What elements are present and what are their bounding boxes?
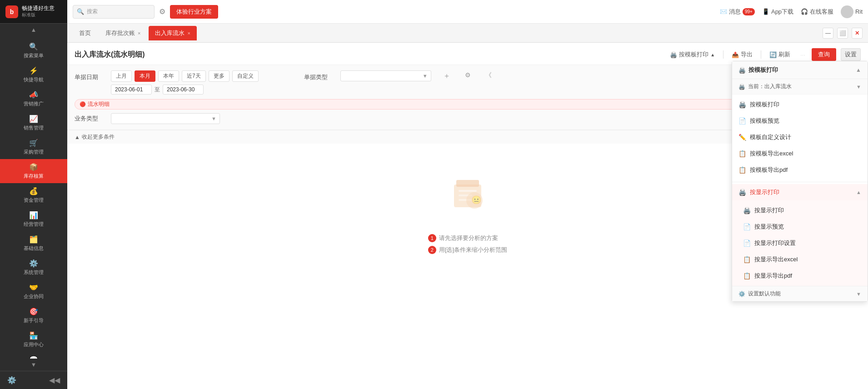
refresh-icon: 🔄 xyxy=(769,51,777,58)
panel-footer-label: ⚙️ 设置默认功能 xyxy=(738,290,781,298)
voucher-type-select[interactable] xyxy=(340,70,431,81)
panel-arrow-up[interactable]: ▲ xyxy=(856,67,861,73)
template-pdf-label: 按模板导出pdf xyxy=(750,166,788,174)
sidebar-item-quicknav-label: 快捷导航 xyxy=(24,76,44,83)
filter-collapse-button[interactable]: 《 xyxy=(483,70,494,80)
sidebar-item-quick-nav[interactable]: ⚡ 快捷导航 xyxy=(0,63,67,87)
empty-step-2: 2 用[选]条件来缩小分析范围 xyxy=(428,246,507,254)
template-excel-label: 按模板导出excel xyxy=(750,150,793,158)
sidebar-scroll-up[interactable]: ▲ xyxy=(0,24,67,36)
panel-footer-text: 设置默认功能 xyxy=(748,290,781,298)
panel-scroll-area: 🖨️ 当前：出入库流水 ▼ 🖨️ 按模板打印 📄 按模板预览 xyxy=(732,79,868,286)
date-to-input[interactable] xyxy=(163,85,204,95)
step-1-text: 请先选择要分析的方案 xyxy=(439,234,498,242)
sidebar-item-marketing[interactable]: 📣 营销推广 xyxy=(0,87,67,111)
sidebar-item-inventory[interactable]: 📦 库存核算 xyxy=(0,159,67,183)
app-name: 畅捷通好生意 xyxy=(22,5,55,12)
sidebar-item-sales[interactable]: 📈 销售管理 xyxy=(0,111,67,135)
biz-type-select[interactable] xyxy=(111,113,220,124)
settings-icon[interactable]: ⚙️ xyxy=(7,376,16,384)
online-service-label: 在线客服 xyxy=(810,8,833,16)
sidebar-item-finance[interactable]: 💰 资金管理 xyxy=(0,183,67,207)
print-panel: 🖨️ 按模板打印 ▲ 🖨️ 当前：出入库流水 ▼ xyxy=(732,61,868,302)
sidebar-item-appcenter[interactable]: 🏪 应用中心 xyxy=(0,328,67,352)
tab-home[interactable]: 首页 xyxy=(73,26,97,40)
topbar-search[interactable]: 🔍 搜索 xyxy=(73,5,155,19)
query-button[interactable]: 查询 xyxy=(812,48,836,61)
svg-rect-1 xyxy=(456,180,479,187)
user-name: Rit xyxy=(855,8,863,15)
app-download-label: App下载 xyxy=(771,8,793,16)
sidebar-item-collab[interactable]: 🤝 企业协同 xyxy=(0,279,67,304)
page-actions: 🖨️ 按模板打印 ▲ 📤 导出 🔄 刷新 ··· 查询 设置 xyxy=(666,48,861,61)
panel-item-template-preview[interactable]: 📄 按模板预览 xyxy=(732,113,868,129)
wechat-icon: 💬 xyxy=(29,355,38,359)
filter-add-button[interactable]: ＋ xyxy=(440,70,453,82)
refresh-button[interactable]: 🔄 刷新 xyxy=(766,49,794,60)
filter-settings-button[interactable]: ⚙ xyxy=(462,70,474,80)
panel-item-display-pdf[interactable]: 📋 按显示导出pdf xyxy=(737,268,868,284)
message-button[interactable]: ✉️ 消息 99+ xyxy=(720,8,755,16)
sidebar-item-basic[interactable]: 🗂️ 基础信息 xyxy=(0,231,67,255)
sidebar-item-wechat[interactable]: 💬 企业微信 xyxy=(0,352,67,359)
print-dropdown-icon: ▲ xyxy=(710,52,715,57)
date-btn-this-month[interactable]: 本月 xyxy=(135,70,155,82)
inventory-icon: 📦 xyxy=(29,163,38,171)
sidebar-item-system[interactable]: ⚙️ 系统管理 xyxy=(0,255,67,279)
main-area: 🔍 搜索 ⚙ 体验行业方案 ✉️ 消息 99+ 📱 App下载 🎧 在线客服 R… xyxy=(67,0,868,389)
user-profile[interactable]: Rit xyxy=(841,5,863,18)
date-from-input[interactable] xyxy=(111,85,152,95)
window-close-button[interactable]: ✕ xyxy=(852,28,863,39)
tab-batch-close[interactable]: × xyxy=(138,30,140,36)
svg-rect-2 xyxy=(459,190,477,192)
topbar-search-placeholder: 搜索 xyxy=(87,8,98,15)
panel-item-template-customize[interactable]: ✏️ 模板自定义设计 xyxy=(732,129,868,145)
sidebar-scroll-down[interactable]: ▼ xyxy=(0,359,67,371)
panel-header-arrows: ▲ xyxy=(856,67,861,73)
avatar xyxy=(841,5,853,18)
panel-item-template-excel[interactable]: 📋 按模板导出excel xyxy=(732,145,868,162)
panel-item-display-print[interactable]: 🖨️ 按显示打印 xyxy=(737,202,868,219)
panel-item-display-settings[interactable]: 📄 按显示打印设置 xyxy=(737,235,868,251)
sidebar-item-operations[interactable]: 📊 经营管理 xyxy=(0,207,67,231)
panel-item-display-excel[interactable]: 📋 按显示导出excel xyxy=(737,251,868,268)
display-print-icon: 🖨️ xyxy=(743,207,751,214)
sidebar-item-purchase[interactable]: 🛒 采购管理 xyxy=(0,135,67,159)
template-preview-label: 按模板预览 xyxy=(750,117,779,125)
tab-batch[interactable]: 库存批次账 × xyxy=(99,26,147,40)
print-template-button[interactable]: 🖨️ 按模板打印 ▲ xyxy=(666,49,718,60)
trial-industry-button[interactable]: 体验行业方案 xyxy=(170,5,218,19)
online-service-button[interactable]: 🎧 在线客服 xyxy=(801,8,833,16)
window-maximize-button[interactable]: ⬜ xyxy=(837,28,848,39)
sidebar-item-guide[interactable]: 🎯 新手引导 xyxy=(0,304,67,328)
export-icon: 📤 xyxy=(732,51,739,58)
panel-item-display-print-header[interactable]: 🖨️ 按显示打印 ▲ xyxy=(732,184,868,200)
window-controls: — ⬜ ✕ xyxy=(823,28,863,39)
panel-footer[interactable]: ⚙️ 设置默认功能 ▼ xyxy=(732,286,868,301)
collapse-sidebar-icon[interactable]: ◀◀ xyxy=(49,376,60,384)
window-minimize-button[interactable]: — xyxy=(823,28,833,39)
panel-item-template-pdf[interactable]: 📋 按模板导出pdf xyxy=(732,162,868,178)
sidebar-item-inventory-label: 库存核算 xyxy=(24,173,44,180)
panel-item-display-preview[interactable]: 📄 按显示预览 xyxy=(737,219,868,235)
date-btn-last-7days[interactable]: 近7天 xyxy=(182,70,206,82)
panel-current-item[interactable]: 🖨️ 当前：出入库流水 ▼ xyxy=(732,79,868,95)
date-btn-this-year[interactable]: 本年 xyxy=(158,70,179,82)
collapse-icon: ▲ xyxy=(75,134,80,140)
sidebar-item-search[interactable]: 🔍 搜索菜单 xyxy=(0,39,67,63)
date-btn-last-month[interactable]: 上月 xyxy=(111,70,132,82)
app-download-button[interactable]: 📱 App下载 xyxy=(762,8,793,16)
panel-item-template-print[interactable]: 🖨️ 按模板打印 xyxy=(732,96,868,113)
date-btn-more[interactable]: 更多 xyxy=(209,70,229,82)
tab-flow[interactable]: 出入库流水 × xyxy=(149,26,196,40)
collapse-label: 收起更多条件 xyxy=(82,133,115,141)
print-template-label: 按模板打印 xyxy=(679,50,708,59)
operations-icon: 📊 xyxy=(29,211,38,219)
template-print-label: 按模板打印 xyxy=(750,100,779,109)
export-button[interactable]: 📤 导出 xyxy=(728,49,756,60)
tab-batch-label: 库存批次账 xyxy=(105,29,135,37)
tab-flow-close[interactable]: × xyxy=(187,30,190,36)
settings-button[interactable]: 设置 xyxy=(841,48,861,61)
topbar-gear-icon[interactable]: ⚙ xyxy=(159,7,165,16)
date-btn-custom[interactable]: 自定义 xyxy=(232,70,259,82)
